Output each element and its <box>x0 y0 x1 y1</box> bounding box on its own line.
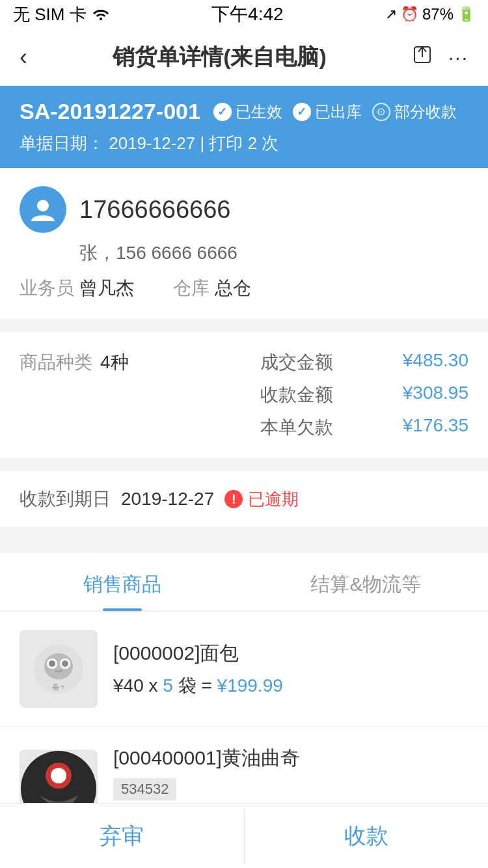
status-bar: 无 SIM 卡 下午4:42 ↗ ⏰ 87% 🔋 <box>0 0 488 29</box>
type-label: 商品种类 <box>20 350 92 375</box>
transaction-label: 成交金额 <box>260 350 333 375</box>
due-date-section: 收款到期日 2019-12-27 ! 已逾期 <box>0 471 488 527</box>
share-icon[interactable] <box>412 44 433 70</box>
battery-text: 87% <box>422 5 454 23</box>
summary-right: 成交金额 ¥485.30 收款金额 ¥308.95 本单欠款 ¥176.35 <box>260 350 468 440</box>
print-label: | 打印 <box>200 133 243 153</box>
collect-button[interactable]: 收款 <box>245 808 489 864</box>
product-price-1: ¥40 x 5 袋 = ¥199.99 <box>113 673 468 698</box>
divider-3 <box>0 527 488 540</box>
svg-point-7 <box>62 660 68 667</box>
status-partial-label: 部分收款 <box>394 102 457 122</box>
tab-settlement[interactable]: 结算&物流等 <box>244 553 488 611</box>
wifi-icon <box>92 5 110 25</box>
cancel-button[interactable]: 弃审 <box>0 808 245 864</box>
due-label: 收款到期日 <box>20 487 111 511</box>
product-name-2: [000400001]黄油曲奇 <box>113 745 468 772</box>
type-value: 4种 <box>100 350 129 375</box>
alarm-icon: ⏰ <box>401 6 418 23</box>
overdue-text: 已逾期 <box>248 488 299 511</box>
order-date-row: 单据日期： 2019-12-27 | 打印 2 次 <box>20 132 468 155</box>
status-shipped-label: 已出库 <box>315 102 362 122</box>
print-suffix: 次 <box>262 133 278 153</box>
product-thumbnail-1: 备+ <box>20 630 98 708</box>
product-info-1: [0000002]面包 ¥40 x 5 袋 = ¥199.99 <box>113 640 468 698</box>
nav-actions: ··· <box>412 44 468 70</box>
status-badge-partial: ⊙ 部分收款 <box>372 102 457 122</box>
product-name-1: [0000002]面包 <box>113 640 468 667</box>
overdue-icon: ! <box>224 490 243 508</box>
summary-left: 商品种类 4种 <box>20 350 129 375</box>
salesperson-label: 业务员 <box>20 276 74 301</box>
summary-row: 商品种类 4种 成交金额 ¥485.30 收款金额 ¥308.95 本单欠款 ¥… <box>20 350 468 440</box>
carrier-text: 无 SIM 卡 <box>13 3 87 26</box>
status-badges: ✓ 已生效 ✓ 已出库 ⊙ 部分收款 <box>213 102 457 122</box>
order-number: SA-20191227-001 <box>20 99 200 124</box>
customer-section: 17666666666 张，156 6666 6666 业务员 曾凡杰 仓库 总… <box>0 168 488 319</box>
product-tag-2: 534532 <box>113 778 176 800</box>
status-badge-shipped: ✓ 已出库 <box>293 102 362 122</box>
status-active-label: 已生效 <box>236 102 282 122</box>
summary-section: 商品种类 4种 成交金额 ¥485.30 收款金额 ¥308.95 本单欠款 ¥… <box>0 332 488 458</box>
status-badge-active: ✓ 已生效 <box>213 102 282 122</box>
check-icon-2: ✓ <box>293 103 311 121</box>
bottom-actions: 弃审 收款 <box>0 803 488 868</box>
warehouse-label: 仓库 <box>173 276 210 301</box>
due-date-value: 2019-12-27 <box>121 489 214 509</box>
divider-2 <box>0 458 488 471</box>
transaction-value: ¥485.30 <box>403 350 468 375</box>
order-header: SA-20191227-001 ✓ 已生效 ✓ 已出库 ⊙ 部分收款 单据日期：… <box>0 86 488 168</box>
customer-meta: 业务员 曾凡杰 仓库 总仓 <box>20 276 468 301</box>
order-status-row: SA-20191227-001 ✓ 已生效 ✓ 已出库 ⊙ 部分收款 <box>20 99 468 124</box>
customer-sub-info: 张，156 6666 6666 <box>20 241 468 265</box>
debt-row: 本单欠款 ¥176.35 <box>260 415 468 440</box>
tabs-row: 销售商品 结算&物流等 <box>0 553 488 612</box>
received-label: 收款金额 <box>260 383 333 407</box>
received-row: 收款金额 ¥308.95 <box>260 383 468 407</box>
location-icon: ↗ <box>385 6 397 23</box>
order-date: 2019-12-27 <box>109 133 195 153</box>
customer-name: 17666666666 <box>79 196 230 224</box>
battery-icon: 🔋 <box>457 6 475 23</box>
status-right: ↗ ⏰ 87% 🔋 <box>385 5 475 23</box>
back-button[interactable]: ‹ <box>20 44 27 71</box>
transaction-row: 成交金额 ¥485.30 <box>260 350 468 375</box>
divider-1 <box>0 319 488 332</box>
page-title: 销货单详情(来自电脑) <box>113 42 327 72</box>
warehouse-value: 总仓 <box>215 276 251 301</box>
customer-row: 17666666666 <box>20 186 468 233</box>
date-label: 单据日期： <box>20 133 104 153</box>
overdue-badge: ! 已逾期 <box>224 488 299 511</box>
salesperson-value: 曾凡杰 <box>79 276 134 301</box>
status-left: 无 SIM 卡 <box>13 3 110 26</box>
svg-text:备+: 备+ <box>52 683 64 692</box>
avatar <box>20 186 66 233</box>
check-icon-1: ✓ <box>213 103 232 121</box>
debt-value: ¥176.35 <box>403 415 468 440</box>
print-count: 2 <box>248 133 257 153</box>
received-value: ¥308.95 <box>403 383 468 407</box>
tab-sales-products[interactable]: 销售商品 <box>0 553 244 611</box>
time-display: 下午4:42 <box>211 2 284 27</box>
svg-point-11 <box>51 768 66 783</box>
more-icon[interactable]: ··· <box>448 46 468 68</box>
list-item: 备+ [0000002]面包 ¥40 x 5 袋 = ¥199.99 <box>0 612 488 727</box>
nav-bar: ‹ 销货单详情(来自电脑) ··· <box>0 29 488 86</box>
svg-point-1 <box>37 200 49 211</box>
svg-point-6 <box>49 660 55 667</box>
clock-icon: ⊙ <box>372 103 390 121</box>
debt-label: 本单欠款 <box>260 415 333 440</box>
